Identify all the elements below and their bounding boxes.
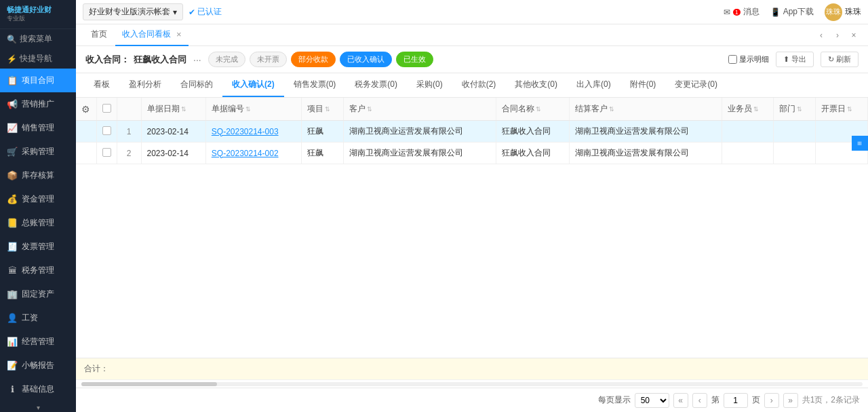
select-all-checkbox[interactable]: [102, 104, 111, 113]
sub-tab-税务发票[interactable]: 税务发票(0): [345, 73, 407, 97]
sidebar-search-label: 搜索菜单: [20, 33, 52, 45]
sub-tab-采购[interactable]: 采购(0): [407, 73, 452, 97]
sidebar-item-label: 总账管理: [22, 217, 54, 229]
sidebar-item-tax[interactable]: 🏛税务管理: [0, 259, 76, 282]
prev-page-btn[interactable]: ‹: [692, 393, 707, 408]
col-header-salesman[interactable]: 业务员⇅: [722, 98, 774, 121]
sidebar-item-label: 经营管理: [22, 336, 54, 348]
status-btns: 未完成未开票部分收款已收入确认已生效: [208, 52, 433, 67]
sub-tab-销售发票[interactable]: 销售发票(0): [284, 73, 346, 97]
table-row[interactable]: 1 2023-02-14 SQ-20230214-003 狂飙 湖南卫视商业运营…: [76, 121, 868, 143]
status-btn-部分收款[interactable]: 部分收款: [291, 52, 336, 67]
sort-salesman-icon: ⇅: [753, 106, 759, 113]
col-header-open-date[interactable]: 开票日⇅: [816, 98, 868, 121]
sidebar-item-hr[interactable]: 👤工资: [0, 306, 76, 330]
col-header-check[interactable]: [96, 98, 117, 121]
status-btn-已收入确认[interactable]: 已收入确认: [340, 52, 392, 67]
sub-tab-收入确认[interactable]: 收入确认(2): [222, 73, 284, 97]
status-btn-未开票[interactable]: 未开票: [250, 52, 287, 67]
code-link[interactable]: SQ-20230214-003: [212, 127, 279, 136]
row-checkbox[interactable]: [102, 148, 111, 157]
page-number-input[interactable]: [724, 393, 748, 408]
sub-tab-看板[interactable]: 看板: [84, 73, 119, 97]
sidebar-item-label: 采购管理: [22, 146, 54, 157]
first-page-btn[interactable]: «: [673, 393, 688, 408]
hr-icon: 👤: [7, 313, 18, 324]
export-btn[interactable]: ⬆ 导出: [776, 52, 814, 67]
sidebar-item-base[interactable]: ℹ基础信息: [0, 377, 76, 401]
sub-tab-其他收支[interactable]: 其他收支(0): [505, 73, 567, 97]
sidebar-item-purchase[interactable]: 🛒采购管理: [0, 140, 76, 164]
status-btn-未完成[interactable]: 未完成: [208, 52, 245, 67]
cell-code[interactable]: SQ-20230214-003: [205, 121, 301, 143]
row-checkbox[interactable]: [102, 126, 111, 135]
display-detail-checkbox[interactable]: [728, 55, 737, 64]
next-page-btn[interactable]: ›: [764, 393, 779, 408]
sidebar-item-report[interactable]: 📝小畅报告: [0, 354, 76, 377]
col-header-settings[interactable]: ⚙: [76, 98, 96, 121]
col-header-project[interactable]: 项目⇅: [301, 98, 343, 121]
refresh-btn[interactable]: ↻ 刷新: [821, 52, 859, 67]
tab-close-icon[interactable]: ×: [176, 29, 182, 39]
cell-contract: 狂飙收入合同: [496, 121, 569, 143]
col-header-code[interactable]: 单据编号⇅: [205, 98, 301, 121]
sidebar-item-marketing[interactable]: 📢营销推广: [0, 92, 76, 116]
sidebar-item-ops[interactable]: 📊经营管理: [0, 330, 76, 354]
col-header-date[interactable]: 单据日期⇅: [141, 98, 205, 121]
sort-open-icon: ⇅: [847, 106, 852, 113]
cell-customer: 湖南卫视商业运营发展有限公司: [343, 121, 496, 143]
sub-tab-附件[interactable]: 附件(0): [620, 73, 666, 97]
col-header-result-customer[interactable]: 结算客户⇅: [569, 98, 722, 121]
verified-text: 已认证: [197, 6, 222, 18]
cell-check[interactable]: [96, 143, 117, 164]
sidebar-item-sales[interactable]: 📈销售管理: [0, 116, 76, 140]
cell-result-customer: 湖南卫视商业运营发展有限公司: [569, 121, 722, 143]
sidebar-item-invoice[interactable]: 🧾发票管理: [0, 235, 76, 259]
col-header-contract[interactable]: 合同名称⇅: [496, 98, 569, 121]
last-page-btn[interactable]: »: [783, 393, 798, 408]
company-selector[interactable]: 好业财专业版演示帐套 ▾: [83, 3, 183, 20]
col-header-customer[interactable]: 客户⇅: [343, 98, 496, 121]
status-btn-已生效[interactable]: 已生效: [396, 52, 433, 67]
sidebar-item-general[interactable]: 📒总账管理: [0, 211, 76, 235]
tax-icon: 🏛: [7, 265, 18, 276]
code-link[interactable]: SQ-20230214-002: [212, 149, 279, 158]
right-action-btn[interactable]: ≡: [852, 136, 868, 151]
user-area[interactable]: 珠珠 珠珠: [825, 3, 861, 21]
cell-check[interactable]: [96, 121, 117, 143]
display-detail-check[interactable]: 显示明细: [728, 54, 769, 64]
table-row[interactable]: 2 2023-02-14 SQ-20230214-002 狂飙 湖南卫视商业运营…: [76, 143, 868, 164]
sub-tab-出入库[interactable]: 出入库(0): [567, 73, 620, 97]
table-wrapper[interactable]: ⚙ 单据日期⇅ 单据编号⇅ 项目⇅ 客户⇅ 合同名称⇅ 结算客户⇅ 业务员⇅ 部…: [76, 98, 868, 358]
cell-result-customer: 湖南卫视商业运营发展有限公司: [569, 143, 722, 164]
inventory-icon: 📦: [7, 170, 18, 181]
sub-tab-收付款[interactable]: 收付款(2): [452, 73, 506, 97]
sub-tab-合同标的[interactable]: 合同标的: [171, 73, 222, 97]
per-page-select[interactable]: 50 20 100: [635, 393, 669, 408]
table-settings-icon[interactable]: ⚙: [81, 104, 90, 115]
sidebar-scroll-down[interactable]: ▾: [0, 401, 76, 412]
tab-home[interactable]: 首页: [84, 24, 114, 46]
prev-tab-btn[interactable]: ‹: [815, 29, 827, 41]
sidebar-item-assets[interactable]: 🏢固定资产: [0, 282, 76, 306]
close-tab-btn[interactable]: ×: [848, 29, 860, 41]
check-circle-icon: ✔: [189, 7, 195, 17]
sidebar-quick-nav[interactable]: ⚡ 快捷导航: [0, 49, 76, 69]
sidebar-item-inventory[interactable]: 📦库存核算: [0, 164, 76, 187]
next-tab-btn[interactable]: ›: [831, 29, 844, 41]
col-header-department[interactable]: 部门⇅: [774, 98, 816, 121]
cell-code[interactable]: SQ-20230214-002: [205, 143, 301, 164]
scrollbar-area[interactable]: [76, 379, 868, 388]
app-download-btn[interactable]: 📱 App下载: [770, 6, 814, 18]
message-btn[interactable]: ✉ 1 消息: [724, 6, 760, 18]
more-btn[interactable]: ···: [191, 54, 204, 65]
sidebar-search[interactable]: 🔍 搜索菜单: [0, 29, 76, 49]
sidebar-item-project[interactable]: 📋项目合同: [0, 69, 76, 92]
sidebar-item-fund[interactable]: 💰资金管理: [0, 187, 76, 211]
scrollbar-thumb[interactable]: [81, 382, 217, 386]
invoice-icon: 🧾: [7, 242, 18, 252]
sub-tab-变更记录[interactable]: 变更记录(0): [665, 73, 727, 97]
sub-tab-盈利分析[interactable]: 盈利分析: [119, 73, 171, 97]
export-icon: ⬆: [783, 55, 789, 64]
tab-active[interactable]: 收入合同看板 ×: [115, 24, 189, 46]
